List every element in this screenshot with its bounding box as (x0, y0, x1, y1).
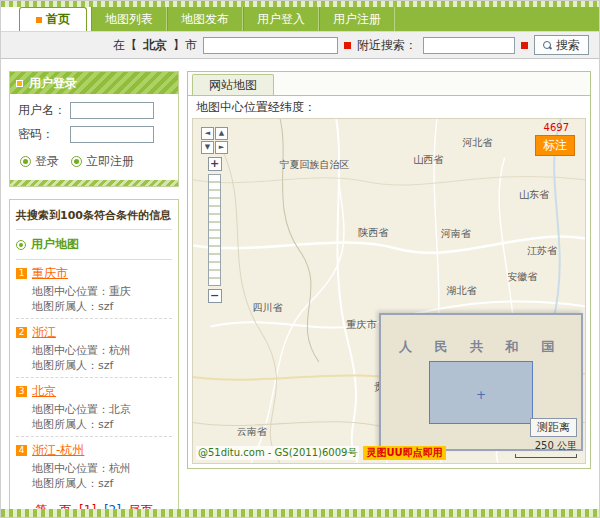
province-label: 河北省 (462, 136, 492, 150)
province-label: 安徽省 (507, 270, 537, 284)
nav-tab-user-register[interactable]: 用户注册 (319, 7, 395, 31)
login-form: 用户名： 密码： 登录 立即注册 (10, 94, 178, 180)
results-body: 共搜索到100条符合条件的信息 用户地图 1 重庆市 地图中心位置：重庆 地图所… (10, 200, 178, 518)
coords-row: 地图中心位置经纬度： (188, 96, 590, 118)
list-item: 3 北京 地图中心位置：北京 地图所属人：szf (16, 378, 172, 437)
nearby-search-input[interactable] (423, 37, 515, 54)
zoom-slider[interactable] (208, 174, 221, 286)
search-bar: 在【北京】市 附近搜索： 搜索 (1, 31, 599, 59)
nearby-search-label: 附近搜索： (357, 37, 417, 54)
pan-up-button[interactable]: ▲ (215, 127, 228, 140)
map-scale-bar (515, 454, 577, 458)
inset-viewport-rect[interactable]: + (429, 361, 533, 424)
pan-left-button[interactable]: ◄ (201, 127, 214, 140)
results-section-header: 用户地图 (16, 230, 172, 260)
item-owner: 地图所属人：szf (16, 299, 172, 314)
list-item: 1 重庆市 地图中心位置：重庆 地图所属人：szf (16, 260, 172, 319)
red-marker-icon (521, 42, 528, 49)
login-radio[interactable] (20, 156, 31, 167)
province-label: 陕西省 (358, 226, 388, 240)
province-label: 河南省 (441, 227, 471, 241)
item-center: 地图中心位置：北京 (16, 402, 172, 417)
nav-tab-home-label: 首页 (46, 11, 70, 28)
pan-right-icon: ► (219, 143, 224, 151)
top-nav: 首页 地图列表 地图发布 用户登入 用户注册 (1, 7, 599, 31)
pan-down-button[interactable]: ▼ (201, 141, 214, 154)
zoom-in-button[interactable]: + (208, 157, 222, 171)
item-title-link[interactable]: 北京 (32, 383, 56, 400)
item-title-link[interactable]: 浙江-杭州 (32, 442, 84, 459)
pan-pad: ◄ ▲ ▼ ► (201, 127, 228, 154)
main-content: 用户登录 用户名： 密码： 登录 立即注册 (1, 59, 599, 518)
login-panel-title: 用户登录 (29, 75, 77, 92)
section-bullet-icon (16, 240, 26, 250)
login-panel-header: 用户登录 (10, 72, 178, 94)
nav-tab-map-publish[interactable]: 地图发布 (167, 7, 243, 31)
location-city: 北京 (143, 37, 167, 54)
pan-down-icon: ▼ (205, 143, 210, 151)
password-field[interactable] (70, 126, 154, 143)
map-panel: 网站地图 地图中心位置经纬度： (187, 71, 591, 469)
red-marker-icon (344, 42, 351, 49)
tab-site-map[interactable]: 网站地图 (192, 74, 274, 95)
zoom-out-button[interactable]: − (208, 289, 222, 303)
pan-up-icon: ▲ (219, 129, 224, 137)
province-label: 宁夏回族自治区 (280, 158, 350, 172)
annotate-button[interactable]: 标注 (535, 135, 575, 156)
nav-green-bar: 地图列表 地图发布 用户登入 用户注册 (91, 7, 599, 31)
nav-tab-home[interactable]: 首页 (19, 7, 87, 31)
panel-bullet-icon (16, 80, 23, 87)
nav-tab-user-login[interactable]: 用户登入 (243, 7, 319, 31)
map-red-label: 4697 (544, 122, 569, 133)
item-title-link[interactable]: 浙江 (32, 324, 56, 341)
pan-left-icon: ◄ (205, 129, 210, 137)
username-field[interactable] (70, 102, 154, 119)
section-title: 用户地图 (31, 236, 79, 253)
item-title-link[interactable]: 重庆市 (32, 265, 68, 282)
register-radio[interactable] (71, 156, 82, 167)
map-promo-badge[interactable]: 灵图UU即点即用 (363, 446, 445, 460)
search-button[interactable]: 搜索 (534, 35, 589, 55)
measure-distance-button[interactable]: 测距离 (530, 418, 577, 437)
list-item: 2 浙江 地图中心位置：杭州 地图所属人：szf (16, 319, 172, 378)
item-owner: 地图所属人：szf (16, 476, 172, 491)
map-attribution: @51ditu.com - GS(2011)6009号 灵图UU即点即用 (196, 446, 446, 460)
nav-tab-map-list[interactable]: 地图列表 (91, 7, 167, 31)
left-sidebar: 用户登录 用户名： 密码： 登录 立即注册 (9, 71, 179, 518)
results-summary: 共搜索到100条符合条件的信息 (16, 206, 172, 230)
province-label: 湖北省 (447, 284, 477, 298)
item-number-badge: 3 (16, 386, 27, 397)
map-viewport[interactable]: 宁夏回族自治区 山西省 河北省 山东省 陕西省 河南省 江苏省 安徽省 湖北省 … (192, 118, 586, 464)
map-scale: 250 公里 (515, 439, 577, 458)
bottom-decor-stripe (1, 509, 599, 517)
item-center: 地图中心位置：杭州 (16, 461, 172, 476)
item-number-badge: 4 (16, 445, 27, 456)
item-owner: 地图所属人：szf (16, 358, 172, 373)
province-label: 山西省 (413, 153, 443, 167)
item-owner: 地图所属人：szf (16, 417, 172, 432)
password-label: 密码： (18, 126, 70, 143)
login-panel: 用户登录 用户名： 密码： 登录 立即注册 (9, 71, 179, 187)
coords-label: 地图中心位置经纬度： (196, 99, 316, 116)
map-scale-label: 250 公里 (535, 440, 577, 451)
list-item: 4 浙江-杭州 地图中心位置：杭州 地图所属人：szf (16, 437, 172, 495)
item-center: 地图中心位置：杭州 (16, 343, 172, 358)
login-radio-label: 登录 (35, 153, 59, 170)
map-controls: ◄ ▲ ▼ ► + − (201, 127, 228, 303)
province-label: 云南省 (237, 425, 267, 439)
register-radio-label: 立即注册 (86, 153, 134, 170)
province-label: 重庆市 (347, 318, 377, 332)
item-number-badge: 2 (16, 327, 27, 338)
pan-right-button[interactable]: ► (215, 141, 228, 154)
page: 首页 地图列表 地图发布 用户登入 用户注册 在【北京】市 附近搜索： 搜索 用… (0, 0, 600, 518)
item-center: 地图中心位置：重庆 (16, 284, 172, 299)
nav-left-pad (1, 7, 19, 31)
login-panel-footer-stripe (10, 180, 178, 186)
home-tab-marker-icon (36, 17, 42, 23)
search-button-label: 搜索 (556, 37, 580, 54)
keyword-input[interactable] (203, 37, 338, 54)
province-label: 江苏省 (527, 244, 557, 258)
results-panel: 共搜索到100条符合条件的信息 用户地图 1 重庆市 地图中心位置：重庆 地图所… (9, 199, 179, 518)
inset-crosshair-icon: + (476, 388, 486, 402)
search-icon (543, 41, 552, 50)
